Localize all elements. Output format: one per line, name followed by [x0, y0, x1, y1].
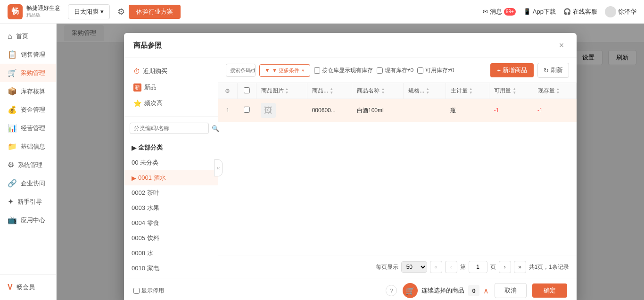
- sidebar-item-business[interactable]: 📊 经营管理: [0, 119, 56, 137]
- modal-header: 商品参照 ×: [124, 33, 577, 58]
- category-item-all[interactable]: ▶ 全部分类: [124, 140, 218, 155]
- refresh-btn[interactable]: ↻ 刷新: [537, 63, 569, 78]
- checkbox-stock-nonzero-input[interactable]: [377, 67, 383, 74]
- home-icon: ⌂: [8, 32, 12, 41]
- sidebar-item-inventory[interactable]: 📦 库存核算: [0, 82, 56, 100]
- plus-icon: +: [497, 67, 501, 74]
- th-name[interactable]: 商品名称▲▼: [352, 83, 404, 99]
- sidebar-item-apps[interactable]: 📺 应用中心: [0, 211, 56, 229]
- sidebar-item-guide[interactable]: ✦ 新手引导: [0, 192, 56, 211]
- last-page-btn[interactable]: »: [514, 261, 526, 273]
- nav-messages[interactable]: ✉ 消息 99+: [483, 8, 516, 16]
- checkbox-stock-nonzero[interactable]: 现有库存≠0: [377, 67, 413, 75]
- category-item-0002[interactable]: 0002 茶叶: [124, 185, 218, 200]
- row-code: 000600...: [307, 99, 352, 122]
- sidebar-item-home[interactable]: ⌂ 首页: [0, 27, 56, 45]
- row-checkbox[interactable]: [237, 99, 256, 122]
- checkbox-warehouse[interactable]: 按仓库显示现有库存: [314, 67, 373, 75]
- all-categories-arrow: ▶: [132, 144, 136, 151]
- settings-icon[interactable]: ⚙: [114, 4, 129, 19]
- product-table-wrap: ⚙ 商品图片▲▼ 商品...▲▼: [218, 83, 577, 256]
- add-product-btn[interactable]: + 新增商品: [490, 63, 534, 77]
- modal-close-btn[interactable]: ×: [556, 40, 567, 51]
- first-page-btn[interactable]: «: [430, 261, 442, 273]
- show-disabled-label[interactable]: 显示停用: [133, 287, 164, 295]
- collapse-panel-btn[interactable]: ‹‹: [214, 159, 223, 176]
- product-search-input[interactable]: [226, 65, 256, 75]
- sidebar-item-finance[interactable]: 💰 资金管理: [0, 100, 56, 119]
- purchase-icon: 🛒: [8, 68, 17, 77]
- message-badge: 99+: [504, 8, 516, 16]
- nav-app-download[interactable]: 📱 App下载: [523, 8, 556, 16]
- row-unit: 瓶: [446, 99, 489, 122]
- nav-store-selector[interactable]: 日太阳膜 ▾: [68, 4, 110, 19]
- checkbox-warehouse-input[interactable]: [314, 67, 320, 74]
- logo-sub: 精品版: [26, 12, 60, 18]
- th-image[interactable]: 商品图片▲▼: [256, 83, 307, 99]
- category-item-0001[interactable]: ▶ 0001 酒水: [124, 170, 218, 185]
- checkbox-available-nonzero-input[interactable]: [417, 67, 423, 74]
- category-item-0003[interactable]: 0003 水果: [124, 200, 218, 216]
- cart-collapse-btn[interactable]: ∧: [483, 286, 489, 295]
- nav-right: ✉ 消息 99+ 📱 App下载 🎧 在线客服 徐泽华: [483, 6, 636, 17]
- checkbox-available-nonzero[interactable]: 可用库存≠0: [417, 67, 454, 75]
- sales-icon: 📋: [8, 50, 17, 59]
- category-search-input[interactable]: [130, 123, 209, 134]
- business-icon: 📊: [8, 124, 17, 133]
- sidebar-item-member[interactable]: V 畅会员: [0, 278, 56, 296]
- modal-tab-new[interactable]: 新 新品: [128, 80, 214, 95]
- modal-tab-recent[interactable]: ⏱ 近期购买: [128, 64, 214, 79]
- cancel-btn[interactable]: 取消: [495, 283, 527, 298]
- headset-icon: 🎧: [563, 8, 571, 15]
- system-icon: ⚙: [8, 160, 14, 169]
- th-spec[interactable]: 规格...▲▼: [404, 83, 446, 99]
- category-item-0008[interactable]: 0008 水: [124, 246, 218, 261]
- trial-btn[interactable]: 体验行业方案: [129, 5, 181, 19]
- more-filter-btn[interactable]: ▼ ▼ 更多条件 ∧: [259, 64, 310, 77]
- row-select-checkbox[interactable]: [244, 107, 250, 113]
- row-index: 1: [218, 99, 237, 122]
- modal-overlay: 商品参照 × ⏱ 近期购买 新: [57, 24, 644, 300]
- category-item-0010[interactable]: 0010 家电: [124, 261, 218, 276]
- help-icon[interactable]: ?: [386, 285, 397, 296]
- category-search-row: 🔍: [124, 119, 218, 138]
- category-search-icon[interactable]: 🔍: [212, 125, 219, 132]
- sidebar: ⌂ 首页 📋 销售管理 🛒 采购管理 📦 库存核算 💰 资金管理 📊 经营管理 …: [0, 24, 57, 300]
- refresh-icon: ↻: [544, 67, 549, 74]
- modal-tab-frequent[interactable]: ⭐ 频次高: [128, 96, 214, 111]
- confirm-btn[interactable]: 确定: [532, 283, 567, 298]
- modal-toolbar: 🔍 ▼ ▼ 更多条件 ∧ 按仓库显示现有库存: [218, 58, 577, 83]
- modal-quick-tabs: ⏱ 近期购买 新 新品 ⭐ 频次高: [124, 58, 218, 115]
- table-row[interactable]: 1 🖼 000600... 白酒100ml 瓶: [218, 99, 577, 122]
- th-checkbox[interactable]: [237, 83, 256, 99]
- th-unit[interactable]: 主计量▲▼: [446, 83, 489, 99]
- th-settings[interactable]: ⚙: [218, 83, 237, 99]
- category-item-0005[interactable]: 0005 饮料: [124, 231, 218, 246]
- cart-icon[interactable]: 🛒: [403, 283, 418, 298]
- sidebar-item-system[interactable]: ⚙ 系统管理: [0, 156, 56, 174]
- sidebar-item-collab[interactable]: 🔗 企业协同: [0, 174, 56, 192]
- row-stock: -1: [533, 99, 576, 122]
- th-available[interactable]: 可用量▲▼: [489, 83, 533, 99]
- next-page-btn[interactable]: ›: [499, 261, 511, 273]
- page-number-input[interactable]: [469, 261, 487, 273]
- page-size-select[interactable]: 50 10 20 100: [401, 261, 427, 273]
- cart-count: 0: [468, 285, 479, 296]
- page-content: 采购管理 查询 设置 刷新 商品参照 ×: [57, 24, 644, 300]
- select-all-checkbox[interactable]: [244, 87, 250, 93]
- sidebar-item-sales[interactable]: 📋 销售管理: [0, 45, 56, 64]
- guide-icon: ✦: [8, 197, 14, 206]
- sidebar-item-basic[interactable]: 📁 基础信息: [0, 137, 56, 156]
- modal-body: ⏱ 近期购买 新 新品 ⭐ 频次高: [124, 58, 577, 278]
- show-disabled-checkbox[interactable]: [133, 288, 140, 294]
- category-item-00[interactable]: 00 未分类: [124, 155, 218, 170]
- category-item-0004[interactable]: 0004 零食: [124, 216, 218, 231]
- row-name: 白酒100ml: [352, 99, 404, 122]
- nav-user[interactable]: 徐泽华: [605, 6, 636, 17]
- sidebar-item-purchase[interactable]: 🛒 采购管理: [0, 64, 56, 82]
- nav-customer-service[interactable]: 🎧 在线客服: [563, 8, 597, 16]
- th-stock[interactable]: 现存量▲▼: [533, 83, 576, 99]
- th-code[interactable]: 商品...▲▼: [307, 83, 352, 99]
- prev-page-btn[interactable]: ‹: [445, 261, 457, 273]
- cart-area: 🛒 连续选择的商品 0 ∧: [403, 283, 489, 298]
